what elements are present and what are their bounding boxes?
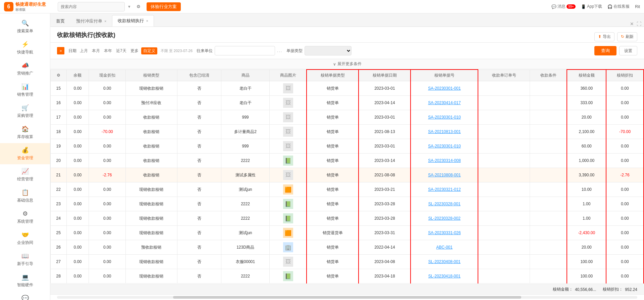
sidebar-item-wechat[interactable]: 💬 企业微信 [0,291,50,300]
cell-bill-date: 2023-04-14 [359,96,411,110]
sidebar-item-purchase[interactable]: 🛒 采购管理 [0,101,50,122]
sidebar-item-hardware[interactable]: 💻 智能硬件 [0,270,50,291]
expand-more-button[interactable]: ∨ 展开更多条件 [333,61,362,67]
bill-type-select[interactable] [305,46,352,55]
date-btn-last-month[interactable]: 上月 [78,47,89,54]
bill-type-filter-group: 单据类型 [286,46,352,55]
sidebar-item-basic-info[interactable]: 📋 基础信息 [0,185,50,207]
partner-filter-group: 往来单位 ... [197,46,282,55]
table-row: 15 0.00 0.00 现销收款核销 否 老白干 🖼 销货单 2023-03-… [51,81,644,96]
sidebar-item-search[interactable]: 🔍 搜索菜单 [0,16,50,37]
cell-bill-no[interactable]: SA-20230301-001 [411,81,478,96]
date-btn-this-month[interactable]: 本月 [91,47,101,54]
sidebar-item-system[interactable]: ⚙ 系统管理 [0,207,50,228]
tab-prepay[interactable]: 预付冲应付单 × [70,15,112,27]
tab-collection-close[interactable]: × [146,19,148,23]
export-button[interactable]: ⬆ 导出 [594,32,614,41]
cell-bill-no[interactable]: SA-20230301-010 [411,110,478,125]
sidebar-item-newbie[interactable]: 📖 新手引导 [0,249,50,270]
settings-icon[interactable]: ⚙ [134,2,143,11]
window-maximize-icon[interactable]: ⛶ [637,21,641,27]
tab-prepay-close[interactable]: × [104,19,106,23]
search-input[interactable] [58,2,125,11]
query-button[interactable]: 查询 [594,46,616,55]
horizontal-scrollbar[interactable] [57,296,637,299]
cell-discount: 0.00 [606,154,644,168]
col-gear[interactable]: ⚙ [51,70,67,81]
date-btn-7days[interactable]: 近7天 [115,47,128,54]
cell-order-no [478,168,530,182]
refresh-button[interactable]: ↻ 刷新 [617,32,637,41]
cell-id: 21 [51,168,67,182]
main-content: 首页 预付冲应付单 × 收款核销执行 × ✕ ⛶ 收款核销执行(按收款) ⬆ [50,13,644,300]
col-order-no: 收款单订单号 [478,70,530,81]
filter-settings-button[interactable]: 设置 [619,46,637,55]
cell-condition [530,154,567,168]
table-row: 21 0.00 -2.76 收款核销 否 测试多属性 🖼 销货单 2021-08… [51,168,644,182]
date-range-text: 不限 至 2023-07-26 [161,48,193,53]
cell-bill-no[interactable]: SA-20210813-001 [411,125,478,139]
date-btn-custom[interactable]: 自定义 [141,47,157,54]
sidebar-item-shortcuts[interactable]: ⚡ 快捷导航 [0,37,50,58]
refresh-icon: ↻ [621,34,624,39]
table-row: 24 0.00 0.00 现销收款核销 否 2222 📗 销货单 2023-03… [51,211,644,226]
cell-id: 23 [51,197,67,211]
sidebar-item-enterprise[interactable]: 🤝 企业协同 [0,228,50,249]
cell-bill-no[interactable]: SL-20230408-001 [411,255,478,269]
search-dropdown-icon[interactable]: ▾ [128,4,130,9]
logo-icon: 6 [4,2,13,11]
cell-order-no [478,154,530,168]
date-btn-more[interactable]: 更多 [129,47,140,54]
cell-id: 24 [51,211,67,226]
cell-cash-discount: 0.00 [89,269,126,284]
sidebar-item-sales[interactable]: 📊 销售管理 [0,80,50,101]
cell-settled: 否 [177,211,221,226]
tab-collection[interactable]: 收款核销执行 × [112,15,154,27]
cell-bill-no[interactable]: SA-20230414-017 [411,96,478,110]
cell-type: 现销收款核销 [126,226,177,240]
cell-type: 现销收款核销 [126,269,177,284]
cell-order-no [478,240,530,255]
cell-bill-no[interactable]: SL-20230328-002 [411,211,478,226]
table-header-row: ⚙ 余额 现金折扣 核销类型 包含已结清 商品 商品图片 核销单据类型 核销单据… [51,70,644,81]
col-balance: 余额 [66,70,89,81]
sidebar-item-management[interactable]: 📈 经营管理 [0,164,50,185]
cell-condition [530,255,567,269]
cell-type: 预收款核销 [126,240,177,255]
cell-id: 25 [51,226,67,240]
tab-home[interactable]: 首页 [50,15,70,27]
messages-btn[interactable]: 💬 消息 99+ [551,4,576,9]
app-download-btn[interactable]: 📱 App下载 [581,4,602,9]
cell-bill-no[interactable]: ABC-001 [411,240,478,255]
sidebar-item-finance[interactable]: 💰 资金管理 [0,143,50,164]
sidebar-item-inventory[interactable]: 🏠 库存核算 [0,122,50,143]
partner-dots: ... [277,48,282,53]
cell-amount: 60.00 [567,139,606,154]
table-wrap[interactable]: ⚙ 余额 现金折扣 核销类型 包含已结清 商品 商品图片 核销单据类型 核销单据… [50,69,644,284]
user-name[interactable]: Rit [635,4,640,9]
cell-bill-date: 2023-04-18 [359,269,411,284]
partner-input[interactable] [215,46,275,55]
expand-more-row: ∨ 展开更多条件 [50,59,644,69]
cell-bill-no[interactable]: SA-20230321-012 [411,182,478,197]
cell-bill-date: 2023-03-01 [359,139,411,154]
sidebar-label-enterprise: 企业协同 [17,240,33,246]
date-btn-this-year[interactable]: 本年 [103,47,113,54]
cell-bill-no[interactable]: SA-20210808-001 [411,168,478,182]
cell-type: 收款核销 [126,139,177,154]
online-service-btn[interactable]: 🎧 在线客服 [607,4,630,9]
cell-discount: -2.76 [606,168,644,182]
cell-bill-no[interactable]: SL-20230418-001 [411,269,478,284]
cell-bill-no[interactable]: SA-20230301-010 [411,139,478,154]
cell-bill-no[interactable]: SA-20230314-008 [411,154,478,168]
sidebar-item-marketing[interactable]: 📣 营销推广 [0,58,50,80]
solution-button[interactable]: 休验行业方案 [147,2,181,11]
expand-button[interactable]: » [57,47,64,54]
cell-bill-no[interactable]: SL-20230328-001 [411,197,478,211]
window-close-icon[interactable]: ✕ [630,21,634,27]
scrollbar-thumb[interactable] [173,296,521,299]
cell-condition [530,226,567,240]
cell-cash-discount: 0.00 [89,81,126,96]
cell-bill-no[interactable]: SA-20230331-026 [411,226,478,240]
table-row: 27 0.00 0.00 现销收款核销 否 衣服00001 🖼 销货单 2023… [51,255,644,269]
